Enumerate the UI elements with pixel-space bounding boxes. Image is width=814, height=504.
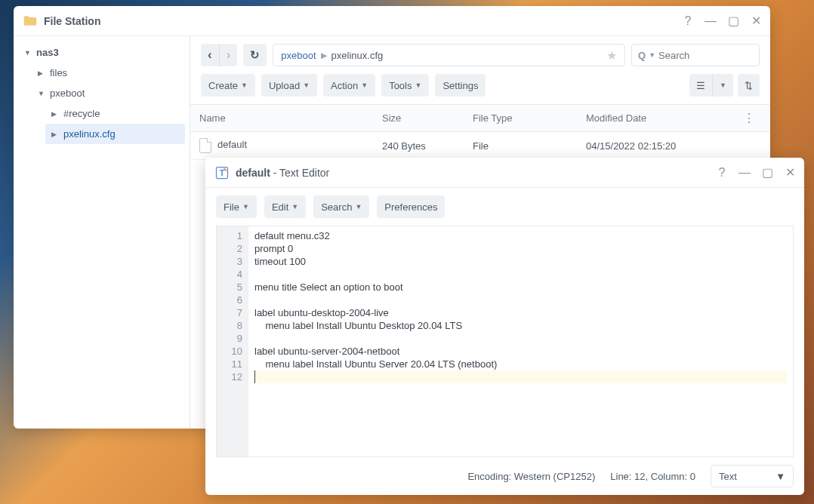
col-size[interactable]: Size [373, 105, 464, 132]
search-input[interactable] [658, 50, 785, 61]
reload-button[interactable]: ↻ [243, 44, 267, 66]
chevron-right-icon: ▶ [38, 69, 47, 77]
minimize-icon[interactable]: — [739, 167, 750, 178]
maximize-icon[interactable]: ▢ [728, 16, 738, 26]
tree-item-label: #recycle [63, 108, 100, 119]
tree-item-pxelinux-cfg[interactable]: ▶ pxelinux.cfg [45, 124, 185, 144]
file-type: File [464, 132, 577, 160]
breadcrumb-parent[interactable]: pxeboot [281, 50, 316, 61]
chevron-left-icon: ‹ [208, 48, 212, 63]
chevron-down-icon: ▼ [775, 471, 785, 482]
sidebar: ▼ nas3 ▶ files ▼ pxeboot ▶ #recycle [14, 36, 190, 429]
file-table: Name Size File Type Modified Date ⋮ defa… [190, 104, 770, 160]
favorite-star-icon[interactable]: ★ [606, 48, 617, 63]
list-icon: ☰ [696, 80, 705, 91]
breadcrumb: pxeboot ▶ pxelinux.cfg ★ [273, 44, 625, 66]
col-name[interactable]: Name [190, 105, 373, 132]
edit-menu-button[interactable]: Edit▼ [264, 195, 306, 218]
statusbar: Encoding: Western (CP1252) Line: 12, Col… [205, 457, 804, 495]
close-icon[interactable]: ✕ [751, 16, 761, 26]
chevron-down-icon: ▼ [24, 49, 33, 57]
chevron-down-icon: ▼ [720, 81, 726, 89]
breadcrumb-current: pxelinux.cfg [331, 50, 384, 61]
help-icon[interactable]: ? [683, 16, 693, 26]
minimize-icon[interactable]: — [705, 16, 716, 26]
nav-button-group: ‹ › [201, 44, 237, 66]
syntax-select[interactable]: Text ▼ [711, 465, 794, 487]
file-name: default [217, 139, 247, 150]
chevron-right-icon: › [227, 48, 231, 63]
sort-button[interactable]: ⇅ [738, 74, 760, 97]
column-menu-icon[interactable]: ⋮ [737, 112, 761, 124]
search-menu-button[interactable]: Search▼ [313, 195, 369, 218]
text-editor-window: T default - Text Editor ? — ▢ ✕ File▼ Ed… [205, 158, 804, 495]
file-station-title: File Station [44, 15, 683, 27]
reload-icon: ↻ [250, 48, 260, 62]
tree-root-label: nas3 [36, 47, 59, 58]
file-station-titlebar[interactable]: File Station ? — ▢ ✕ [14, 6, 770, 36]
tree-item-label: files [50, 67, 67, 78]
search-bar[interactable]: Q▼ [631, 44, 760, 66]
tree-item-recycle[interactable]: ▶ #recycle [45, 103, 185, 124]
folder-icon [23, 14, 38, 29]
tree-item-label: pxeboot [50, 88, 85, 99]
file-icon [199, 138, 211, 153]
file-modified: 04/15/2022 02:15:20 [577, 132, 728, 160]
help-icon[interactable]: ? [717, 167, 727, 178]
chevron-down-icon: ▼ [649, 51, 655, 59]
chevron-down-icon: ▼ [38, 90, 47, 97]
col-modified[interactable]: Modified Date [577, 105, 728, 132]
search-icon: Q [638, 50, 646, 61]
file-size: 240 Bytes [373, 132, 464, 160]
list-view-button[interactable]: ☰ [689, 74, 712, 97]
preferences-button[interactable]: Preferences [377, 195, 445, 218]
sort-icon: ⇅ [745, 80, 753, 91]
tree-item-files[interactable]: ▶ files [32, 63, 185, 83]
view-dropdown-button[interactable]: ▼ [712, 74, 733, 97]
col-type[interactable]: File Type [464, 105, 577, 132]
status-cursor: Line: 12, Column: 0 [610, 471, 695, 482]
action-button[interactable]: Action▼ [323, 74, 375, 97]
chevron-right-icon: ▶ [51, 110, 60, 118]
tree-root[interactable]: ▼ nas3 [18, 42, 185, 63]
text-editor-titlebar[interactable]: T default - Text Editor ? — ▢ ✕ [205, 158, 804, 188]
settings-button[interactable]: Settings [435, 74, 486, 97]
line-number-gutter: 123456789101112 [217, 226, 248, 456]
create-button[interactable]: Create▼ [201, 74, 255, 97]
tools-button[interactable]: Tools▼ [381, 74, 429, 97]
upload-button[interactable]: Upload▼ [261, 74, 317, 97]
chevron-right-icon: ▶ [51, 131, 60, 138]
breadcrumb-separator: ▶ [321, 51, 327, 60]
editor-area[interactable]: 123456789101112 default menu.c32prompt 0… [216, 226, 794, 457]
close-icon[interactable]: ✕ [785, 167, 795, 178]
file-menu-button[interactable]: File▼ [216, 195, 257, 218]
status-encoding: Encoding: Western (CP1252) [467, 471, 595, 482]
back-button[interactable]: ‹ [201, 44, 219, 66]
text-editor-title: default - Text Editor [236, 167, 717, 179]
tree-item-label: pxelinux.cfg [63, 128, 116, 140]
table-row[interactable]: default 240 Bytes File 04/15/2022 02:15:… [190, 132, 770, 160]
forward-button[interactable]: › [219, 44, 238, 66]
code-content[interactable]: default menu.c32prompt 0timeout 100menu … [248, 226, 793, 456]
text-editor-icon: T [214, 165, 230, 180]
maximize-icon[interactable]: ▢ [762, 167, 772, 178]
tree-item-pxeboot[interactable]: ▼ pxeboot [32, 83, 185, 103]
